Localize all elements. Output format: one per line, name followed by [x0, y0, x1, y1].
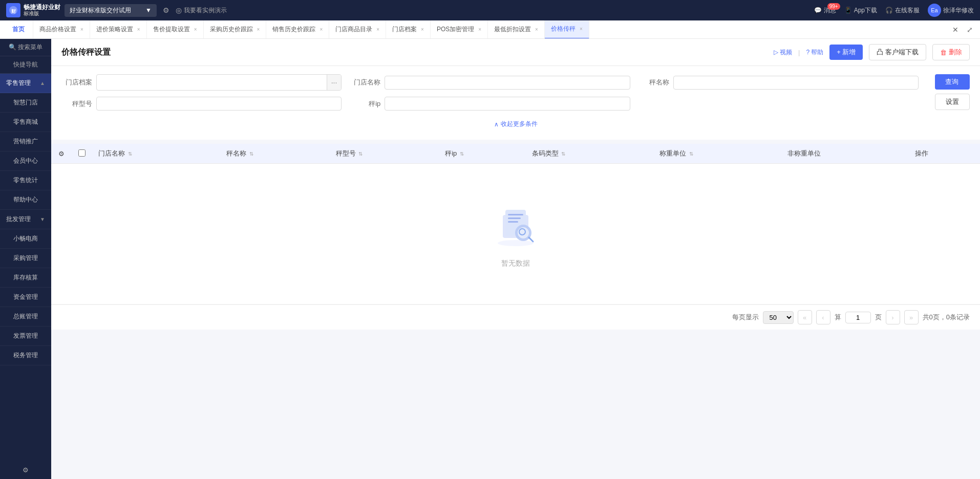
- tab-purchase-history[interactable]: 采购历史价跟踪 ×: [204, 20, 267, 39]
- sidebar-search[interactable]: 🔍 搜索菜单: [0, 39, 51, 56]
- sort-icon[interactable]: ⇅: [128, 151, 132, 157]
- last-page-icon: »: [909, 314, 913, 321]
- collapse-bar: ∧ 收起更多条件: [61, 117, 970, 132]
- sidebar-item-purchase[interactable]: 采购管理: [0, 249, 51, 268]
- th-weight-unit-label: 称重单位: [659, 149, 686, 157]
- demo-link[interactable]: ◎ 我要看实例演示: [176, 6, 227, 15]
- tab-price-strategy-close[interactable]: ×: [137, 27, 140, 32]
- page-number-input[interactable]: 1: [845, 312, 871, 323]
- th-action: 操作: [909, 144, 980, 164]
- tab-product-price-close[interactable]: ×: [80, 27, 83, 32]
- env-selector-arrow: ▼: [145, 7, 152, 14]
- collapse-label: 收起更多条件: [501, 120, 538, 128]
- user-menu[interactable]: Ea 徐泽华修改: [928, 4, 974, 17]
- sort-icon-6[interactable]: ⇅: [689, 151, 693, 157]
- scale-model-input[interactable]: [96, 97, 342, 111]
- tab-product-price[interactable]: 商品价格设置 ×: [33, 20, 90, 39]
- delete-button[interactable]: 🗑 删除: [932, 44, 970, 60]
- tab-store-archive-label: 门店档案: [392, 25, 417, 34]
- env-selector[interactable]: 好业财标准版交付试用 ▼: [65, 4, 157, 17]
- th-checkbox[interactable]: [72, 144, 92, 164]
- tab-store-catalog[interactable]: 门店商品目录 ×: [329, 20, 386, 39]
- page-size-select[interactable]: 50 10 20 100: [763, 311, 794, 324]
- next-page-button[interactable]: ›: [886, 310, 900, 324]
- tab-price-strategy[interactable]: 进价策略设置 ×: [90, 20, 147, 39]
- sidebar-item-inventory[interactable]: 库存核算: [0, 268, 51, 288]
- store-archive-input[interactable]: [97, 76, 327, 89]
- sidebar-item-finance[interactable]: 资金管理: [0, 288, 51, 307]
- pagination-bar: 每页显示 50 10 20 100 « ‹ 算 1 页 › » 共0页，0条记录: [51, 304, 980, 330]
- tab-close-all-button[interactable]: ✕: [949, 24, 962, 36]
- sidebar-item-ecommerce[interactable]: 小畅电商: [0, 229, 51, 249]
- sort-icon-5[interactable]: ⇅: [561, 151, 565, 157]
- sidebar-settings[interactable]: ⚙: [0, 461, 51, 479]
- chevron-up-icon: ▲: [40, 80, 45, 86]
- sidebar-item-wholesale[interactable]: 批发管理 ▼: [0, 210, 51, 229]
- sidebar-item-marketing[interactable]: 营销推广: [0, 132, 51, 151]
- th-settings[interactable]: ⚙: [51, 144, 72, 164]
- add-button[interactable]: + 新增: [829, 45, 863, 60]
- sidebar-quick-nav[interactable]: 快捷导航: [0, 56, 51, 74]
- th-store-name: 门店名称 ⇅: [92, 144, 220, 164]
- sidebar-item-purchase-label: 采购管理: [13, 254, 38, 263]
- tab-pos-encrypt[interactable]: POS加密管理 ×: [431, 20, 488, 39]
- play-icon: ▷: [774, 49, 778, 56]
- tab-price-scale-close[interactable]: ×: [580, 26, 583, 32]
- tab-maximize-button[interactable]: ⤢: [964, 24, 976, 36]
- svg-rect-7: [508, 221, 518, 223]
- total-records-info: 共0页，0条记录: [923, 313, 970, 322]
- search-icon: 🔍: [9, 43, 16, 51]
- app-download-button[interactable]: 📱 App下载: [844, 6, 877, 15]
- sidebar-item-retail-stats-label: 零售统计: [13, 176, 38, 185]
- sidebar-item-retail-mall[interactable]: 零售商城: [0, 113, 51, 132]
- table-section: ⚙ 门店名称 ⇅ 秤名称 ⇅: [51, 144, 980, 304]
- sidebar-item-retail[interactable]: 零售管理 ▲: [0, 74, 51, 93]
- tab-store-archive[interactable]: 门店档案 ×: [386, 20, 431, 39]
- prev-page-button[interactable]: ‹: [816, 310, 830, 324]
- tab-store-archive-close[interactable]: ×: [421, 27, 424, 32]
- scale-name-input[interactable]: [673, 76, 919, 90]
- sort-icon-3[interactable]: ⇅: [358, 151, 363, 157]
- store-name-input[interactable]: [385, 76, 630, 90]
- sort-icon-2[interactable]: ⇅: [249, 151, 253, 157]
- th-non-weight-unit-label: 非称重单位: [787, 149, 821, 157]
- help-link[interactable]: ? 帮助: [806, 48, 823, 57]
- store-archive-dots-btn[interactable]: ···: [327, 75, 342, 90]
- scale-ip-input[interactable]: [385, 97, 630, 111]
- tab-sale-price[interactable]: 售价提取设置 ×: [147, 20, 204, 39]
- sidebar-item-ledger[interactable]: 总账管理: [0, 307, 51, 326]
- download-button[interactable]: 凸 客户端下载: [869, 44, 926, 60]
- tab-store-catalog-close[interactable]: ×: [376, 27, 379, 32]
- sidebar-item-help[interactable]: 帮助中心: [0, 190, 51, 210]
- sidebar-item-member[interactable]: 会员中心: [0, 151, 51, 171]
- tab-price-scale[interactable]: 价格传秤 ×: [545, 20, 589, 39]
- video-link[interactable]: ▷ 视频: [774, 48, 792, 57]
- tab-purchase-history-close[interactable]: ×: [257, 27, 260, 32]
- env-selector-label: 好业财标准版交付试用: [70, 6, 131, 15]
- sidebar-item-smart-store[interactable]: 智慧门店: [0, 93, 51, 113]
- set-button[interactable]: 设置: [935, 94, 970, 110]
- empty-state-row: 暂无数据: [51, 164, 980, 304]
- tab-min-discount-close[interactable]: ×: [535, 27, 538, 32]
- tab-home[interactable]: 首页: [4, 20, 33, 39]
- select-all-checkbox[interactable]: [78, 149, 86, 157]
- online-service-label: 在线客服: [895, 6, 920, 15]
- sidebar-item-tax[interactable]: 税务管理: [0, 346, 51, 365]
- online-service-button[interactable]: 🎧 在线客服: [885, 6, 920, 15]
- query-button[interactable]: 查询: [935, 74, 970, 90]
- sidebar-item-retail-stats[interactable]: 零售统计: [0, 171, 51, 190]
- sidebar-item-smart-store-label: 智慧门店: [13, 98, 38, 107]
- first-page-button[interactable]: «: [798, 310, 812, 324]
- message-button[interactable]: 💬 消息 99+: [814, 6, 836, 15]
- tab-sale-price-close[interactable]: ×: [194, 27, 197, 32]
- sidebar-item-invoice[interactable]: 发票管理: [0, 326, 51, 346]
- tab-min-discount[interactable]: 最低折扣设置 ×: [488, 20, 545, 39]
- app-name: 畅捷通好业财: [24, 4, 60, 11]
- top-settings-icon[interactable]: ⚙: [161, 4, 172, 16]
- last-page-button[interactable]: »: [904, 310, 919, 324]
- collapse-button[interactable]: ∧ 收起更多条件: [494, 120, 538, 128]
- tab-sales-history[interactable]: 销售历史价跟踪 ×: [266, 20, 329, 39]
- tab-sales-history-close[interactable]: ×: [319, 27, 323, 32]
- sort-icon-4[interactable]: ⇅: [460, 151, 464, 157]
- tab-pos-encrypt-close[interactable]: ×: [478, 27, 481, 32]
